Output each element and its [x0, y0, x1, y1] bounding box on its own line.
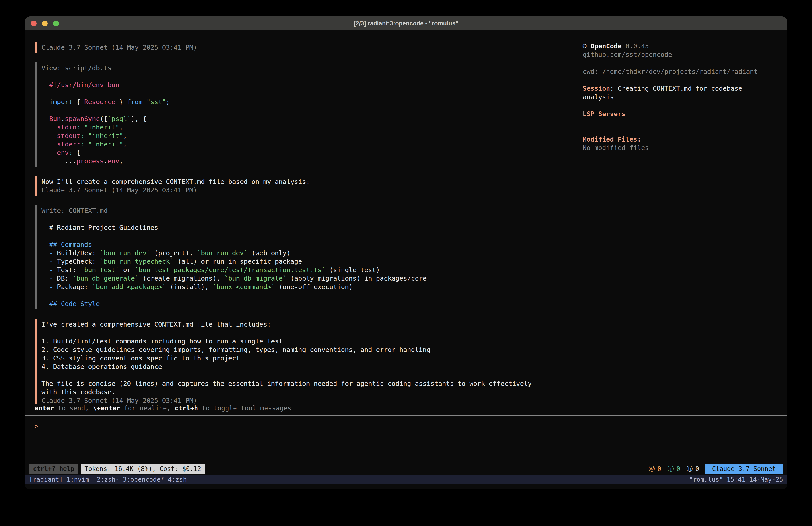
terminal-line: Write: CONTEXT.md: [41, 207, 574, 215]
terminal-line: [41, 106, 574, 115]
text-segment: [622, 42, 625, 50]
info-icon: ⓘ: [668, 465, 674, 473]
text-segment: .: [104, 157, 107, 165]
prompt-marker: >: [34, 422, 777, 430]
text-segment: cwd: /home/thdxr/dev/projects/radiant/ra…: [583, 68, 758, 75]
model-selector[interactable]: Claude 3.7 Sonnet: [705, 464, 783, 474]
text-segment: process: [76, 157, 104, 165]
tool-view-block: View: script/db.ts #!/usr/bin/env bun im…: [34, 62, 574, 167]
terminal-line: Claude 3.7 Sonnet (14 May 2025 03:41 PM): [41, 43, 574, 52]
terminal-line: Now I'll create a comprehensive CONTEXT.…: [41, 177, 574, 186]
tmux-window-list[interactable]: [radiant] 1:nvim 2:zsh- 3:opencode* 4:zs…: [29, 475, 187, 484]
prompt-input[interactable]: [25, 430, 787, 464]
text-segment: Package:: [57, 283, 92, 290]
help-button[interactable]: ctrl+? help: [29, 464, 78, 474]
text-segment: `bunx <command>`: [213, 283, 275, 290]
content-row: Claude 3.7 Sonnet (14 May 2025 03:41 PM)…: [25, 30, 787, 404]
text-segment: .: [61, 115, 64, 123]
warning-icon: ⓦ: [649, 465, 655, 473]
text-segment: stdin: [57, 124, 76, 131]
window-title: [2/3] radiant:3:opencode - "romulus": [354, 20, 458, 27]
minimize-window-icon[interactable]: [42, 20, 48, 26]
terminal-line: The file is concise (20 lines) and captu…: [41, 379, 574, 388]
tokens-cost-indicator: Tokens: 16.4K (8%), Cost: $0.12: [81, 464, 205, 474]
terminal-line: Claude 3.7 Sonnet (14 May 2025 03:41 PM): [41, 186, 574, 194]
text-segment: -: [41, 258, 57, 265]
text-segment: The file is concise (20 lines) and captu…: [41, 380, 532, 387]
hint-icon: ⓗ: [686, 465, 693, 473]
tmux-status-bar: [radiant] 1:nvim 2:zsh- 3:opencode* 4:zs…: [25, 475, 787, 484]
text-segment: (create migrations),: [139, 274, 224, 282]
text-segment: Now I'll create a comprehensive CONTEXT.…: [41, 178, 310, 185]
text-segment: `psql`: [107, 115, 131, 123]
text-segment: `bun test`: [81, 266, 119, 274]
text-segment: ,: [123, 132, 127, 140]
text-segment: I've created a comprehensive CONTEXT.md …: [41, 321, 271, 328]
text-segment: [84, 132, 88, 140]
text-segment: to send,: [54, 404, 93, 412]
terminal-line: [583, 59, 777, 67]
terminal-line: 1. Build/lint/test commands including ho…: [41, 337, 574, 345]
text-segment: [41, 98, 49, 106]
text-segment: Bun: [49, 115, 61, 123]
text-segment: "sst": [146, 98, 166, 106]
terminal-line: [41, 89, 574, 98]
terminal-line: - TypeCheck: `bun run typecheck` (all) o…: [41, 257, 574, 266]
text-segment: #!/usr/bin/env bun: [49, 81, 119, 89]
text-segment: [41, 149, 57, 156]
text-segment: View: script/db.ts: [41, 64, 112, 72]
hint-count: 0: [695, 465, 699, 473]
close-window-icon[interactable]: [31, 20, 37, 26]
terminal-line: [41, 232, 574, 240]
text-segment: 0.0.45: [625, 42, 649, 50]
terminal-line: I've created a comprehensive CONTEXT.md …: [41, 320, 574, 328]
text-segment: ;: [166, 98, 170, 106]
terminal-line: - Package: `bun add <package>` (install)…: [41, 283, 574, 291]
text-segment: [143, 98, 146, 106]
terminal-line: [583, 76, 777, 84]
text-segment: TypeCheck:: [57, 258, 100, 265]
terminal-line: - Test: `bun test` or `bun test packages…: [41, 266, 574, 274]
text-segment: env: [57, 149, 69, 156]
text-segment: to toggle tool messages: [198, 404, 291, 412]
text-segment: LSP Servers: [583, 110, 625, 118]
text-segment: 2. Code style guidelines covering import…: [41, 346, 431, 354]
terminal-line: [41, 72, 574, 81]
terminal-line: Session: Creating CONTEXT.md for codebas…: [583, 84, 777, 101]
terminal-line: LSP Servers: [583, 110, 777, 118]
text-segment: `bun run dev`: [197, 249, 248, 257]
terminal-line: ## Commands: [41, 240, 574, 249]
text-segment: -: [41, 266, 57, 274]
text-segment: {: [73, 149, 81, 156]
assistant-message-block: Now I'll create a comprehensive CONTEXT.…: [34, 176, 574, 196]
text-segment: `bun db migrate`: [224, 274, 287, 282]
terminal-line: Bun.spawnSync([`psql`], {: [41, 115, 574, 123]
terminal-line: stdin: "inherit",: [41, 123, 574, 131]
terminal-line: github.com/sst/opencode: [583, 51, 777, 59]
text-segment: ,: [123, 140, 127, 148]
terminal-line: - Build/Dev: `bun run dev` (project), `b…: [41, 249, 574, 257]
terminal-line: ...process.env,: [41, 157, 574, 166]
terminal-line: View: script/db.ts: [41, 64, 574, 72]
terminal-line: [41, 328, 574, 337]
text-segment: enter: [34, 404, 54, 412]
sidebar: © OpenCode 0.0.45github.com/sst/opencode…: [583, 42, 777, 404]
text-segment: spawnSync: [65, 115, 100, 123]
text-segment: (install),: [166, 283, 213, 290]
text-segment: [41, 81, 49, 89]
text-segment: Modified Files:: [583, 136, 641, 143]
terminal-line: 3. CSS styling conventions specific to t…: [41, 354, 574, 362]
window-bottom-padding: [25, 484, 787, 489]
terminal-line: stderr: "inherit",: [41, 140, 574, 148]
tool-write-block: Write: CONTEXT.md # Radiant Project Guid…: [34, 205, 574, 309]
terminal-line: Modified Files:: [583, 135, 777, 144]
text-segment: (single test): [325, 266, 380, 274]
info-badge: ⓘ0: [668, 465, 680, 473]
text-segment: import: [49, 98, 73, 106]
terminal-window: [2/3] radiant:3:opencode - "romulus" Cla…: [25, 16, 787, 489]
terminal-line: No modified files: [583, 144, 777, 152]
terminal-line: 4. Database operations guidance: [41, 362, 574, 371]
text-segment: ,: [119, 157, 123, 165]
zoom-window-icon[interactable]: [53, 20, 59, 26]
status-right: ⓦ0 ⓘ0 ⓗ0 Claude 3.7 Sonnet: [649, 464, 783, 474]
